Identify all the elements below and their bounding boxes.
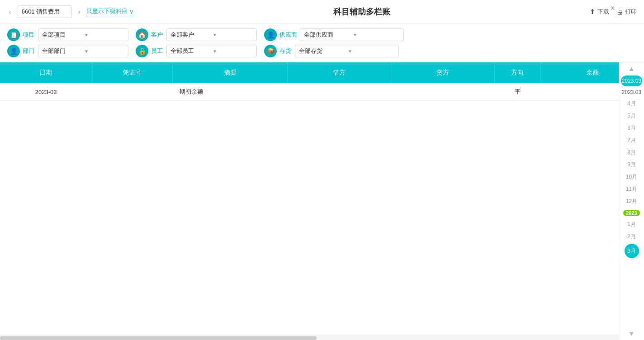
page-title: 科目辅助多栏账 (138, 6, 585, 17)
department-label: 部门 (23, 47, 35, 55)
show-sub-button[interactable]: 只显示下级科目 ∨ (86, 7, 134, 16)
filter-item-employee: 🔒 员工 全部员工 ▼ (136, 45, 257, 57)
supplier-value: 全部供应商 (304, 31, 351, 39)
project-icon: 📋 (7, 28, 20, 41)
timeline-item-10[interactable]: 10月 (619, 171, 644, 183)
print-icon: 🖨 (616, 8, 623, 16)
year-badge-text: 2023 (623, 210, 639, 216)
download-icon: ⬆ (590, 8, 596, 16)
inventory-arrow-icon: ▼ (348, 49, 395, 54)
timeline-item-7[interactable]: 7月 (619, 134, 644, 146)
cell-date: 2023-03 (0, 83, 92, 101)
customer-arrow-icon: ▼ (213, 33, 253, 38)
inventory-label: 存货 (279, 47, 292, 55)
employee-select[interactable]: 全部员工 ▼ (166, 45, 257, 57)
timeline-item-8[interactable]: 8月 (619, 146, 644, 159)
cell-voucher (92, 83, 172, 101)
filter-item-supplier: 👤 供应商 全部供应商 ▼ (264, 28, 404, 41)
cell-debit (288, 83, 391, 101)
inventory-value: 全部存货 (299, 47, 346, 55)
timeline-mar-label: 3月 (627, 247, 636, 255)
inventory-icon: 📦 (264, 45, 277, 57)
next-account-button[interactable]: › (76, 7, 82, 16)
col-credit: 贷方 (391, 62, 495, 83)
customer-value: 全部客户 (170, 31, 211, 39)
print-label: 打印 (625, 8, 637, 16)
customer-select[interactable]: 全部客户 ▼ (166, 28, 257, 41)
filter-item-department: 👤 部门 全部部门 ▼ (7, 45, 128, 57)
account-code-box: 6601 销售费用 (18, 5, 72, 18)
col-summary: 摘要 (172, 62, 287, 83)
project-select[interactable]: 全部项目 ▼ (38, 28, 128, 41)
employee-value: 全部员工 (170, 47, 211, 55)
timeline-item-feb[interactable]: 2月 (619, 231, 644, 243)
main-window: × ‹ 6601 销售费用 › 只显示下级科目 ∨ 科目辅助多栏账 ⬆ 下载 🖨… (0, 0, 644, 340)
timeline-item-4[interactable]: 4月 (619, 98, 644, 110)
scrollbar-thumb (0, 336, 317, 340)
employee-icon: 🔒 (136, 45, 148, 57)
download-button[interactable]: ⬆ 下载 (590, 8, 609, 16)
employee-label: 员工 (151, 47, 164, 55)
close-button[interactable]: × (610, 4, 615, 13)
department-select[interactable]: 全部部门 ▼ (38, 45, 128, 57)
customer-label: 客户 (151, 31, 164, 39)
filter-item-inventory: 📦 存货 全部存货 ▼ (264, 45, 399, 57)
table-row[interactable]: 2023-03 期初余额 平 (0, 83, 644, 101)
horizontal-scrollbar[interactable] (0, 335, 644, 340)
col-debit: 借方 (288, 62, 391, 83)
prev-account-button[interactable]: ‹ (7, 7, 13, 16)
supplier-arrow-icon: ▼ (353, 33, 400, 38)
filter-area: 📋 项目 全部项目 ▼ 🏠 客户 全部客户 ▼ 👤 供应商 (0, 24, 644, 62)
department-arrow-icon: ▼ (84, 49, 124, 54)
ledger-table: 日期 凭证号 摘要 借方 贷方 方向 余额 2023-03 (0, 62, 644, 101)
table-container: 日期 凭证号 摘要 借方 贷方 方向 余额 2023-03 (0, 62, 644, 335)
col-direction: 方向 (494, 62, 540, 83)
col-voucher: 凭证号 (92, 62, 172, 83)
timeline-item-selected-1[interactable]: 2023.03 (621, 76, 642, 86)
table-header-row: 日期 凭证号 摘要 借方 贷方 方向 余额 (0, 62, 644, 83)
cell-summary: 期初余额 (172, 83, 287, 101)
timeline-panel: ▲ 2023.03 2023.03 4月 5月 6月 7月 8月 9月 10月 … (619, 62, 644, 340)
department-value: 全部部门 (42, 47, 82, 55)
customer-icon: 🏠 (136, 28, 148, 41)
filter-item-customer: 🏠 客户 全部客户 ▼ (136, 28, 257, 41)
supplier-icon: 👤 (264, 28, 277, 41)
timeline-down-button[interactable]: ▼ (619, 327, 644, 340)
chevron-down-icon: ∨ (129, 8, 134, 15)
filter-row-2: 👤 部门 全部部门 ▼ 🔒 员工 全部员工 ▼ 📦 存货 (7, 45, 637, 57)
timeline-up-button[interactable]: ▲ (619, 62, 644, 75)
top-bar: ‹ 6601 销售费用 › 只显示下级科目 ∨ 科目辅助多栏账 ⬆ 下载 🖨 打… (0, 0, 644, 24)
print-button[interactable]: 🖨 打印 (616, 8, 637, 16)
timeline-year-badge[interactable]: 2023 (619, 208, 644, 218)
department-icon: 👤 (7, 45, 20, 57)
timeline-item-5[interactable]: 5月 (619, 110, 644, 122)
timeline-item-6[interactable]: 6月 (619, 122, 644, 134)
timeline-item-jan[interactable]: 1月 (619, 218, 644, 231)
download-label: 下载 (597, 8, 609, 16)
cell-credit (391, 83, 495, 101)
supplier-select[interactable]: 全部供应商 ▼ (300, 28, 404, 41)
cell-direction: 平 (494, 83, 540, 101)
filter-row-1: 📋 项目 全部项目 ▼ 🏠 客户 全部客户 ▼ 👤 供应商 (7, 28, 637, 41)
col-date: 日期 (0, 62, 92, 83)
inventory-select[interactable]: 全部存货 ▼ (295, 45, 399, 57)
employee-arrow-icon: ▼ (213, 49, 253, 54)
timeline-item-mar-active[interactable]: 3月 (625, 244, 639, 258)
filter-item-project: 📋 项目 全部项目 ▼ (7, 28, 128, 41)
timeline-item-12[interactable]: 12月 (619, 195, 644, 208)
project-value: 全部项目 (42, 31, 82, 39)
timeline-item-2023-03-plain[interactable]: 2023.03 (619, 87, 644, 98)
project-label: 项目 (23, 31, 35, 39)
project-arrow-icon: ▼ (84, 33, 124, 38)
show-sub-label: 只显示下级科目 (86, 7, 128, 15)
timeline-item-11[interactable]: 11月 (619, 183, 644, 195)
supplier-label: 供应商 (279, 31, 297, 39)
timeline-item-9[interactable]: 9月 (619, 159, 644, 171)
